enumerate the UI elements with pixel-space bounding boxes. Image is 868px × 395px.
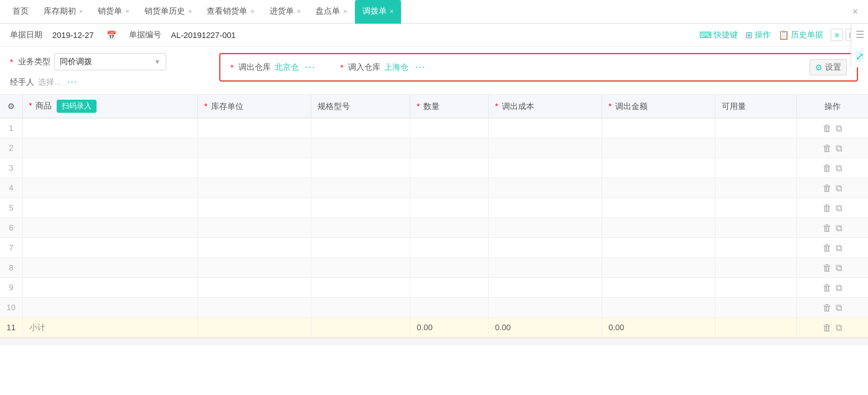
qty-cell-2[interactable] (410, 138, 489, 158)
unit-cell-10[interactable] (198, 298, 311, 318)
cost-cell-9[interactable] (488, 278, 601, 298)
th-settings[interactable]: ⚙ (0, 95, 22, 118)
spec-cell-5[interactable] (311, 198, 410, 218)
delete-icon-row-5[interactable]: 🗑 (823, 202, 832, 213)
delete-icon-row-3[interactable]: 🗑 (823, 163, 832, 173)
spec-cell-8[interactable] (311, 258, 410, 278)
delete-icon-row-2[interactable]: 🗑 (823, 143, 832, 153)
spec-cell-3[interactable] (311, 158, 410, 178)
amount-cell-8[interactable] (602, 258, 715, 278)
cost-cell-2[interactable] (488, 138, 601, 158)
tab-sales-order[interactable]: 销货单 × (90, 0, 136, 24)
person-select[interactable]: 选择... (38, 77, 61, 88)
delete-icon-row-1[interactable]: 🗑 (823, 123, 832, 133)
qty-cell-3[interactable] (410, 158, 489, 178)
qty-cell-5[interactable] (410, 198, 489, 218)
amount-cell-7[interactable] (602, 238, 715, 258)
tab-close-inventory-init[interactable]: × (79, 7, 83, 15)
settings-button[interactable]: ⚙ 设置 (809, 59, 847, 75)
history-action[interactable]: 📋 历史单据 (778, 29, 823, 40)
cost-cell-5[interactable] (488, 198, 601, 218)
cost-cell-10[interactable] (488, 298, 601, 318)
goods-cell-8[interactable] (22, 258, 198, 278)
avail-cell-5[interactable] (715, 198, 797, 218)
unit-cell-5[interactable] (198, 198, 311, 218)
qty-cell-1[interactable] (410, 118, 489, 138)
calendar-icon[interactable]: 📅 (106, 31, 116, 40)
tab-view-sales[interactable]: 查看销货单 × (199, 0, 262, 24)
copy-icon-row-2[interactable]: ⧉ (836, 143, 842, 154)
tab-close-view-sales[interactable]: × (250, 7, 254, 15)
unit-cell-8[interactable] (198, 258, 311, 278)
tab-purchase[interactable]: 进货单 × (262, 0, 308, 24)
tab-inventory-init[interactable]: 库存期初 × (36, 0, 90, 24)
amount-cell-10[interactable] (602, 298, 715, 318)
copy-icon-row-7[interactable]: ⧉ (836, 242, 842, 254)
avail-cell-3[interactable] (715, 158, 797, 178)
tab-home[interactable]: 首页 (5, 0, 36, 24)
goods-cell-5[interactable] (22, 198, 198, 218)
delete-icon-row-6[interactable]: 🗑 (823, 222, 832, 233)
copy-icon-row-11[interactable]: ⧉ (836, 322, 842, 333)
qty-cell-4[interactable] (410, 178, 489, 198)
panel-expand-icon[interactable]: ⤢ (856, 50, 864, 62)
copy-icon-row-9[interactable]: ⧉ (836, 282, 842, 293)
unit-cell-9[interactable] (198, 278, 311, 298)
out-warehouse-more-icon[interactable]: ··· (305, 62, 315, 73)
delete-icon-row-8[interactable]: 🗑 (823, 262, 832, 273)
unit-cell-6[interactable] (198, 218, 311, 238)
spec-cell-2[interactable] (311, 138, 410, 158)
avail-cell-10[interactable] (715, 298, 797, 318)
copy-icon-row-10[interactable]: ⧉ (836, 302, 842, 313)
amount-cell-9[interactable] (602, 278, 715, 298)
tab-sales-history[interactable]: 销货单历史 × (137, 0, 199, 24)
tab-close-sales-history[interactable]: × (188, 7, 192, 15)
cost-cell-3[interactable] (488, 158, 601, 178)
goods-cell-2[interactable] (22, 138, 198, 158)
operations-action[interactable]: ⊞ 操作 (745, 29, 771, 40)
copy-icon-row-6[interactable]: ⧉ (836, 222, 842, 234)
goods-cell-7[interactable] (22, 238, 198, 258)
amount-cell-4[interactable] (602, 178, 715, 198)
unit-cell-3[interactable] (198, 158, 311, 178)
qty-cell-10[interactable] (410, 298, 489, 318)
qty-cell-6[interactable] (410, 218, 489, 238)
delete-icon-row-7[interactable]: 🗑 (823, 242, 832, 253)
scan-button[interactable]: 扫码录入 (57, 100, 97, 113)
avail-cell-9[interactable] (715, 278, 797, 298)
amount-cell-1[interactable] (602, 118, 715, 138)
tab-close-stocktake[interactable]: × (343, 7, 347, 15)
avail-cell-7[interactable] (715, 238, 797, 258)
goods-cell-3[interactable] (22, 158, 198, 178)
scroll-bar[interactable] (0, 338, 868, 345)
qty-cell-7[interactable] (410, 238, 489, 258)
copy-icon-row-4[interactable]: ⧉ (836, 183, 842, 194)
unit-cell-4[interactable] (198, 178, 311, 198)
copy-icon-row-1[interactable]: ⧉ (836, 123, 842, 134)
amount-cell-3[interactable] (602, 158, 715, 178)
person-more-icon[interactable]: ··· (67, 77, 77, 88)
unit-cell-2[interactable] (198, 138, 311, 158)
tab-stocktake[interactable]: 盘点单 × (308, 0, 354, 24)
biz-type-select[interactable]: 同价调拨 ▼ (54, 53, 166, 70)
window-close-icon[interactable]: × (847, 6, 863, 17)
layout-icon-1[interactable]: ≡ (831, 29, 843, 41)
delete-icon-row-4[interactable]: 🗑 (823, 183, 832, 193)
goods-cell-9[interactable] (22, 278, 198, 298)
amount-cell-6[interactable] (602, 218, 715, 238)
tab-transfer[interactable]: 调拨单 × (355, 0, 401, 24)
delete-icon-row-10[interactable]: 🗑 (823, 302, 832, 313)
amount-cell-5[interactable] (602, 198, 715, 218)
amount-cell-2[interactable] (602, 138, 715, 158)
avail-cell-4[interactable] (715, 178, 797, 198)
spec-cell-1[interactable] (311, 118, 410, 138)
shortcut-action[interactable]: ⌨ 快捷键 (699, 29, 738, 40)
cost-cell-6[interactable] (488, 218, 601, 238)
cost-cell-7[interactable] (488, 238, 601, 258)
qty-cell-9[interactable] (410, 278, 489, 298)
spec-cell-10[interactable] (311, 298, 410, 318)
goods-cell-4[interactable] (22, 178, 198, 198)
goods-cell-10[interactable] (22, 298, 198, 318)
avail-cell-1[interactable] (715, 118, 797, 138)
in-warehouse-more-icon[interactable]: ··· (415, 62, 425, 73)
